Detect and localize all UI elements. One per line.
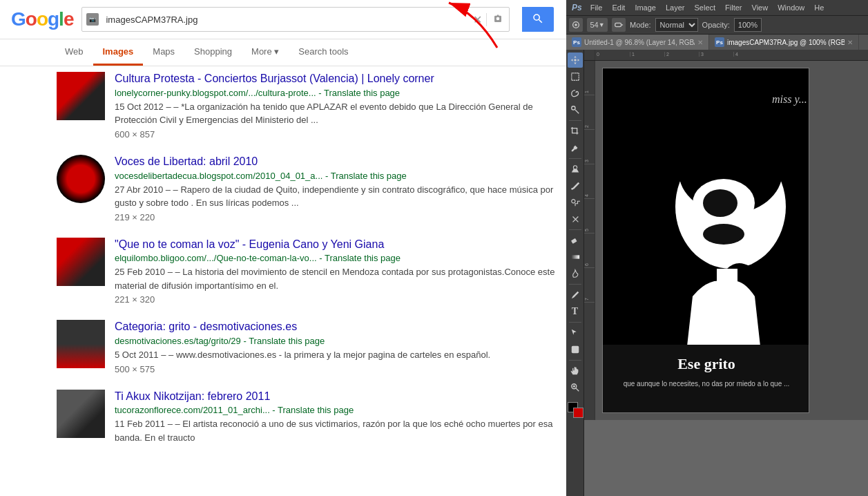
result-snippet: 15 Oct 2012 – – *La organización ha teni…: [115, 100, 566, 127]
ps-brush-preset-icon[interactable]: [569, 18, 583, 32]
ps-menu-image[interactable]: Image: [630, 2, 660, 13]
ps-tool-separator: [569, 158, 581, 159]
ps-tool-gradient[interactable]: [568, 249, 583, 265]
result-body: "Que no te coman la voz" - Eugenia Cano …: [115, 238, 566, 305]
ps-color-area: [568, 402, 583, 420]
ps-tab-untitled[interactable]: Ps Untitled-1 @ 96.8% (Layer 14, RGB/8) …: [566, 35, 709, 50]
result-thumbnail: [57, 390, 105, 438]
search-bar: 📷 imagesCAPM37RA.jpg ✕: [81, 7, 510, 32]
svg-rect-11: [570, 238, 577, 244]
nav-maps[interactable]: Maps: [143, 39, 184, 66]
ps-background-color[interactable]: [573, 408, 584, 418]
ps-tool-eraser[interactable]: [568, 233, 583, 248]
result-title-link[interactable]: Voces de Libertad: abril 2010: [115, 155, 566, 169]
result-dimensions: 500 × 575: [115, 364, 566, 374]
ps-tool-lasso[interactable]: [568, 86, 583, 101]
result-snippet: 27 Abr 2010 – – Rapero de la ciudad de Q…: [115, 183, 566, 210]
ps-tab-icon-untitled: Ps: [572, 37, 581, 47]
svg-rect-25: [717, 269, 737, 289]
ps-mode-label: Mode:: [630, 21, 651, 29]
ps-tab-label-untitled: Untitled-1 @ 96.8% (Layer 14, RGB/8) *: [584, 39, 695, 46]
search-button[interactable]: [522, 7, 554, 32]
result-url: lonelycorner-punky.blogspot.com/.../cult…: [115, 88, 566, 98]
ps-menu-edit[interactable]: Edit: [608, 2, 629, 13]
svg-text:miss y...: miss y...: [772, 93, 807, 106]
clear-search-button[interactable]: ✕: [469, 13, 486, 26]
camera-icon[interactable]: [486, 13, 509, 26]
result-item: Ti Akux Nikotzijan: febrero 2011 tucoraz…: [57, 390, 566, 445]
ps-canvas-area: 0 1 2 3 4 1 2 3 4 5 6 7: [584, 50, 868, 496]
svg-text:que aunque lo necesites, no da: que aunque lo necesites, no das por mied…: [624, 380, 790, 388]
ps-tool-history-brush[interactable]: [568, 211, 583, 227]
result-title-link[interactable]: Cultura Protesta - Conciertos Burjassot …: [115, 72, 566, 86]
search-favicon-icon: 📷: [86, 13, 99, 26]
ps-opacity-label: Opacity:: [702, 21, 730, 29]
nav-search-tools[interactable]: Search tools: [289, 39, 358, 66]
result-url: elquilombo.bligoo.com/.../Que-no-te-coma…: [115, 253, 566, 263]
ps-menu-help[interactable]: He: [810, 2, 828, 13]
svg-point-24: [703, 224, 744, 245]
nav-shopping[interactable]: Shopping: [184, 39, 242, 66]
result-body: Categoria: grito - desmotivaciones.es de…: [115, 320, 566, 374]
ps-toolbox: T: [566, 50, 584, 496]
ps-tool-hand[interactable]: [568, 363, 583, 379]
ps-tool-text[interactable]: T: [568, 304, 583, 319]
svg-point-23: [703, 189, 737, 217]
result-title-link[interactable]: Categoria: grito - desmotivaciones.es: [115, 320, 566, 334]
ps-tool-clone[interactable]: [568, 195, 583, 210]
ps-tab-close-image[interactable]: ✕: [847, 39, 853, 46]
nav-more[interactable]: More ▾: [242, 39, 289, 66]
result-item: Categoria: grito - desmotivaciones.es de…: [57, 320, 566, 374]
ps-opacity-input[interactable]: [734, 18, 762, 32]
ps-tool-healing[interactable]: [568, 162, 583, 177]
result-snippet: 5 Oct 2011 – – www.desmotivaciones.es - …: [115, 348, 566, 362]
svg-line-15: [575, 388, 578, 391]
result-thumbnail: [57, 320, 105, 368]
ps-tool-burn[interactable]: [568, 266, 583, 281]
result-dimensions: 219 × 220: [115, 212, 566, 222]
svg-text:Ese grito: Ese grito: [677, 355, 735, 372]
nav-web[interactable]: Web: [55, 39, 93, 66]
ps-tool-crop[interactable]: [568, 124, 583, 139]
ps-tool-move[interactable]: [568, 53, 583, 68]
ps-tool-zoom[interactable]: [568, 380, 583, 395]
result-thumbnail: [57, 238, 105, 286]
ps-menu-select[interactable]: Select: [691, 2, 720, 13]
result-item: "Que no te coman la voz" - Eugenia Cano …: [57, 238, 566, 305]
search-results: Cultura Protesta - Conciertos Burjassot …: [0, 66, 566, 496]
ps-tool-magic-wand[interactable]: [568, 102, 583, 117]
result-item: Cultura Protesta - Conciertos Burjassot …: [57, 72, 566, 140]
ps-tabbar: Ps Untitled-1 @ 96.8% (Layer 14, RGB/8) …: [566, 35, 868, 50]
ps-tab-icon-image: Ps: [715, 37, 724, 47]
ps-tab-close-untitled[interactable]: ✕: [697, 39, 703, 46]
ps-menu-window[interactable]: Window: [773, 2, 809, 13]
ps-tool-separator: [569, 120, 581, 121]
ps-tool-separator: [569, 284, 581, 285]
ps-menu-view[interactable]: View: [748, 2, 773, 13]
ps-mode-select[interactable]: Normal: [655, 18, 698, 32]
ps-tool-marquee[interactable]: [568, 69, 583, 84]
ps-brush-size-dropdown[interactable]: 54 ▼: [587, 18, 608, 32]
svg-line-6: [575, 110, 579, 113]
nav-images[interactable]: Images: [93, 39, 144, 66]
ps-workspace: T: [566, 50, 868, 496]
result-title-link[interactable]: "Que no te coman la voz" - Eugenia Cano …: [115, 238, 566, 252]
ps-tool-path-select[interactable]: [568, 325, 583, 341]
ps-menu-filter[interactable]: Filter: [721, 2, 746, 13]
ps-menu-layer[interactable]: Layer: [662, 2, 689, 13]
google-logo: Google: [11, 8, 73, 30]
result-dimensions: 221 × 320: [115, 294, 566, 305]
result-snippet: 11 Feb 2011 – – El artista reconoció a u…: [115, 417, 566, 444]
ps-tab-image[interactable]: Ps imagesCAPM37RA.jpg @ 100% (RGB/8#) * …: [709, 35, 859, 50]
svg-rect-3: [615, 23, 621, 26]
ps-ruler-left: 1 2 3 4 5 6 7: [584, 61, 595, 420]
google-header: Google 📷 imagesCAPM37RA.jpg ✕: [0, 0, 566, 39]
ps-tool-pen[interactable]: [568, 287, 583, 303]
ps-menu-file[interactable]: File: [586, 2, 607, 13]
svg-point-9: [571, 188, 573, 190]
ps-airbrush-icon[interactable]: [612, 18, 626, 32]
result-title-link[interactable]: Ti Akux Nikotzijan: febrero 2011: [115, 390, 566, 404]
ps-tool-shape[interactable]: [568, 342, 583, 357]
ps-tool-brush[interactable]: [568, 178, 583, 193]
ps-tool-eyedropper[interactable]: [568, 140, 583, 155]
